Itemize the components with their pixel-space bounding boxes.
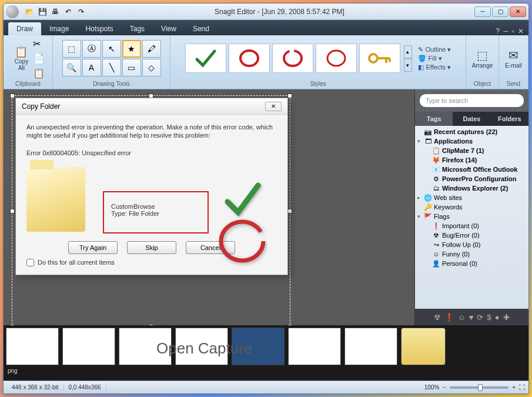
tree-row[interactable]: ▸🌐Web sites: [415, 193, 528, 202]
flag-icon[interactable]: ●: [495, 313, 500, 322]
style-circle-3[interactable]: [316, 44, 357, 73]
thumbnail[interactable]: [119, 328, 172, 365]
tab-draw[interactable]: Draw: [8, 22, 41, 35]
thumbnail-strip[interactable]: png Open Capture: [4, 325, 528, 381]
tab-view[interactable]: View: [153, 22, 185, 35]
thumbnail[interactable]: [344, 328, 397, 365]
undo-icon[interactable]: ↶: [63, 7, 73, 16]
tree-row[interactable]: ⚙PowerPro Configuration: [415, 174, 528, 184]
highlight-tool[interactable]: 🖍: [142, 40, 161, 58]
side-tab-dates[interactable]: Dates: [453, 112, 490, 126]
flag-icon[interactable]: ☢: [434, 313, 441, 322]
search-input[interactable]: Type to search: [420, 94, 524, 107]
text-tool[interactable]: A: [82, 59, 101, 76]
folder-thumbnail[interactable]: [401, 328, 446, 365]
expand-icon[interactable]: ▾: [417, 138, 423, 144]
tags-tree[interactable]: 📷Recent captures (22)▾🗔Applications📋Clip…: [415, 126, 528, 309]
tree-row[interactable]: 📷Recent captures (22): [415, 127, 528, 136]
resize-handle[interactable]: [10, 94, 15, 98]
flag-icon[interactable]: ❗: [444, 313, 454, 322]
help-icon[interactable]: ?: [496, 27, 500, 35]
zoom-slider-thumb[interactable]: [478, 384, 483, 391]
thumbnail[interactable]: [232, 328, 285, 365]
open-icon[interactable]: 📂: [25, 7, 34, 16]
zoom-tool[interactable]: 🔍: [62, 59, 81, 76]
tab-tags[interactable]: Tags: [122, 22, 153, 35]
thumbnail[interactable]: png: [6, 328, 59, 365]
tree-row[interactable]: 🔑Keywords: [415, 202, 528, 212]
select-tool[interactable]: ⬚: [62, 40, 81, 58]
redo-icon[interactable]: ↷: [76, 7, 86, 16]
tab-hotspots[interactable]: Hotspots: [77, 22, 121, 35]
tree-row[interactable]: 🦊Firefox (14): [415, 155, 528, 165]
styles-scroll-down[interactable]: ▾: [404, 59, 412, 72]
thumbnail[interactable]: [62, 328, 115, 365]
tree-row[interactable]: ☺Funny (0): [415, 249, 528, 259]
minimize-button[interactable]: ─: [474, 6, 491, 17]
inner-minimize-icon[interactable]: ─: [503, 27, 508, 35]
paste-icon[interactable]: 📋: [33, 68, 45, 79]
resize-handle[interactable]: [287, 94, 292, 98]
tree-row[interactable]: ▾🗔Applications: [415, 136, 528, 146]
fit-button[interactable]: ⛶: [519, 384, 525, 391]
zoom-out-button[interactable]: −: [443, 384, 446, 391]
flag-icon[interactable]: ✚: [503, 313, 510, 322]
close-button[interactable]: ✕: [510, 6, 526, 17]
maximize-button[interactable]: ▢: [492, 6, 508, 17]
line-tool[interactable]: ╲: [102, 59, 121, 76]
email-button[interactable]: ✉E-mail: [501, 38, 525, 79]
arrow-tool[interactable]: ↖: [102, 40, 121, 58]
zoom-in-button[interactable]: +: [512, 384, 516, 391]
tab-image[interactable]: Image: [41, 22, 77, 35]
checkbox-input[interactable]: [26, 259, 34, 266]
style-circle-2[interactable]: [272, 44, 313, 73]
inner-restore-icon[interactable]: ▫: [512, 27, 514, 35]
thumbnail[interactable]: [288, 328, 341, 365]
effects-dropdown[interactable]: ◧Effects ▾: [418, 64, 451, 71]
print-icon[interactable]: 🖶: [51, 7, 60, 16]
expand-icon[interactable]: ▾: [417, 213, 423, 219]
arrange-button[interactable]: ⬚Arrange: [469, 38, 497, 79]
do-all-checkbox[interactable]: Do this for all current items: [26, 259, 277, 266]
thumbnail[interactable]: [175, 328, 228, 365]
copy-all-button[interactable]: 📋 Copy All: [11, 38, 32, 79]
tree-row[interactable]: ❗Important (0): [415, 221, 528, 231]
style-checkmark[interactable]: [185, 44, 226, 73]
outline-dropdown[interactable]: ✎Outline ▾: [418, 46, 451, 54]
tree-row[interactable]: ☢Bug/Error (0): [415, 231, 528, 240]
callout-tool[interactable]: Ⓐ: [82, 40, 101, 58]
zoom-slider[interactable]: [450, 386, 508, 389]
tree-row[interactable]: ↪Follow Up (0): [415, 240, 528, 249]
style-key[interactable]: [359, 44, 400, 73]
canvas-area[interactable]: Copy Folder ✕ An unexpected error is pre…: [4, 89, 414, 325]
tree-row[interactable]: ▾🚩Flags: [415, 212, 528, 221]
skip-button[interactable]: Skip: [127, 241, 176, 254]
dialog-close-button[interactable]: ✕: [265, 102, 282, 111]
stamp-tool[interactable]: ★: [122, 40, 141, 58]
checkmark-stamp[interactable]: [222, 179, 264, 222]
flag-icon[interactable]: ☺: [457, 313, 465, 322]
tab-send[interactable]: Send: [185, 22, 218, 35]
expand-icon[interactable]: ▸: [417, 195, 423, 201]
style-circle-1[interactable]: [229, 44, 270, 73]
copy-icon-small[interactable]: 📄: [33, 53, 45, 64]
tree-row[interactable]: 🗂Windows Explorer (2): [415, 184, 528, 193]
flag-icon[interactable]: ⟳: [477, 313, 483, 322]
styles-scroll-up[interactable]: ▴: [404, 45, 412, 58]
cancel-button[interactable]: Cancel: [186, 241, 235, 254]
side-tab-folders[interactable]: Folders: [491, 112, 528, 126]
fill-dropdown[interactable]: 🪣Fill ▾: [418, 55, 451, 62]
side-tab-tags[interactable]: Tags: [415, 112, 453, 126]
erase-tool[interactable]: ◇: [142, 59, 161, 76]
flag-icon[interactable]: ♥: [469, 313, 474, 322]
cut-icon[interactable]: ✂: [33, 38, 45, 49]
tree-row[interactable]: 📧Microsoft Office Outlook: [415, 165, 528, 174]
tree-row[interactable]: 👤Personal (0): [415, 259, 528, 268]
shape-tool[interactable]: ▭: [122, 59, 141, 76]
flag-icon[interactable]: $: [487, 313, 491, 322]
resize-handle[interactable]: [10, 209, 15, 213]
inner-close-icon[interactable]: ✕: [518, 27, 524, 35]
try-again-button[interactable]: Try Again: [68, 241, 118, 254]
resize-handle[interactable]: [287, 209, 292, 213]
tree-row[interactable]: 📋ClipMate 7 (1): [415, 146, 528, 155]
